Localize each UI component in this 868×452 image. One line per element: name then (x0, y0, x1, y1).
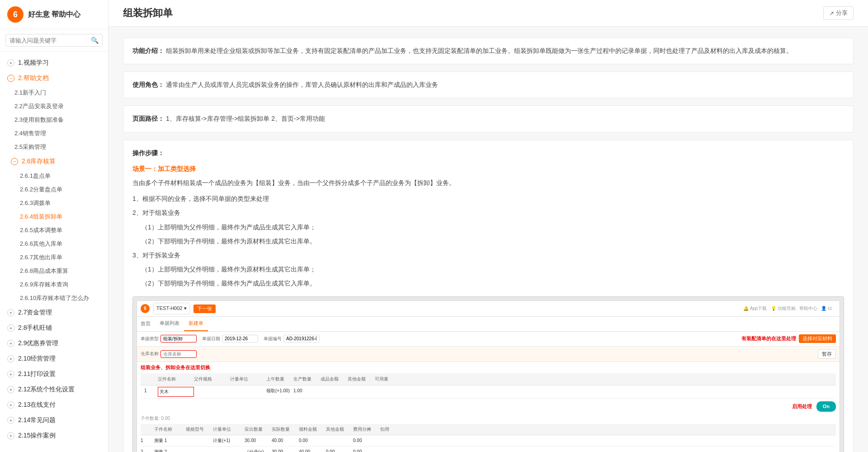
app-form-area: 单据类型 单据日期 单据编号 (137, 332, 840, 347)
ann3-area: 组装业务、拆卸业务在这里切换 (137, 362, 840, 373)
expand-icon-1: + (7, 59, 14, 67)
nav-item-2-11[interactable]: + 2.11打印设置 (0, 366, 108, 382)
nav-item-2-6-9[interactable]: 2.6.9库存账本查询 (20, 278, 108, 291)
expand-icon-2-8: + (7, 324, 14, 332)
nav-item-2-6-1[interactable]: 2.6.1盘点单 (20, 169, 108, 183)
collapse-icon-2-6: − (11, 158, 18, 165)
share-label: 分享 (836, 9, 848, 17)
nav-item-2-14[interactable]: + 2.14常见问题 (0, 413, 108, 428)
app-window: 6 TEST-H002 ▾ 下一张 🔔 App下载 💡 功能导购 帮助中心 👤 … (137, 300, 840, 452)
nav-label-2-15: 2.15操作案例 (18, 432, 56, 440)
nav-item-2-6-6[interactable]: 2.6.6其他入库单 (20, 237, 108, 251)
step-1-2: 2、对于组装业务 (132, 207, 844, 219)
nav-item-1[interactable]: + 1.视频学习 (0, 55, 108, 71)
nav-label-2-8: 2.8手机旺铺 (18, 324, 52, 332)
expand-icon-2-7: + (7, 309, 14, 316)
step-1-3: 3、对于拆装业务 (132, 250, 844, 261)
step-1-2-2: （2）下部明细为子件明细，最终作为原材料生成其它出库单。 (132, 236, 844, 247)
func-intro-card: 功能介绍： 组装拆卸单用来处理企业组装或拆卸等加工业务，支持有固定装配清单的产品… (123, 38, 854, 64)
role-label: 使用角色： (132, 81, 164, 88)
save-draft-btn[interactable]: 暂存 (818, 349, 836, 359)
nav-group-1: + 1.视频学习 (0, 55, 108, 71)
warehouse-input[interactable] (160, 350, 197, 358)
nav-item-2-7[interactable]: + 2.7资金管理 (0, 305, 108, 320)
func-intro-text: 组装拆卸单用来处理企业组装或拆卸等加工业务，支持有固定装配清单的产品加工业务，也… (166, 47, 793, 54)
nav-item-2-6[interactable]: − 2.6库存核算 (11, 154, 108, 169)
on-toggle[interactable]: On (816, 401, 836, 412)
expand-icon-2-14: + (7, 417, 14, 424)
ann2-btn[interactable]: 选择对应材料 (799, 334, 836, 343)
nav-item-2-15[interactable]: + 2.15操作案例 (0, 428, 108, 443)
lower-cols-indicator: 子件数量: 0.00 (141, 414, 170, 423)
nav-item-2-6-3[interactable]: 2.6.3调拨单 (20, 196, 108, 210)
main-header: 组装拆卸单 ↗ 分享 (108, 0, 868, 27)
nav-item-2-4[interactable]: 2.4销售管理 (14, 127, 108, 140)
id-input[interactable] (283, 335, 320, 343)
main-body: 功能介绍： 组装拆卸单用来处理企业组装或拆卸等加工业务，支持有固定装配清单的产品… (108, 27, 868, 452)
path-card: 页面路径： 1、库存核算->库存管理->组装拆卸单 2、首页->常用功能 (123, 105, 854, 132)
step-1-2-1: （1）上部明细为父件明细，最终作为产成品生成其它入库单； (132, 222, 844, 233)
ann1-label: 有装配清单的在这里处理 (741, 334, 796, 343)
nav-item-2-9[interactable]: + 2.9优惠券管理 (0, 336, 108, 351)
app-tab-list[interactable]: 单据列表 (155, 317, 184, 331)
nav-item-2-6-7[interactable]: 2.6.7其他出库单 (20, 251, 108, 264)
type-input[interactable] (160, 335, 197, 343)
lower-table-toolbar: 子件数量: 0.00 (141, 414, 836, 423)
nav-item-2-13[interactable]: + 2.13在线支付 (0, 397, 108, 413)
op-steps: 1、根据不同的业务，选择不同单据的类型来处理 2、对于组装业务 （1）上部明细为… (132, 193, 844, 289)
app-nav-tabs: 首页 单据列表 新建单 (137, 317, 840, 332)
ann1-area: 有装配清单的在这里处理 选择对应材料 (741, 334, 836, 343)
nav-item-2-2[interactable]: 2.2产品安装及登录 (14, 100, 108, 113)
expand-icon-2-13: + (7, 401, 14, 409)
id-label: 单据编号 (264, 335, 282, 343)
btn-next-step[interactable]: 下一张 (193, 305, 216, 313)
expand-icon-2-11: + (7, 371, 14, 378)
date-input[interactable] (222, 335, 258, 343)
id-field: 单据编号 (264, 335, 320, 343)
op-steps-card: 操作步骤： 场景一：加工类型选择 当由多个子件材料组装成一个成品的业务为【组装】… (123, 140, 854, 452)
nav-label-2-13: 2.13在线支付 (18, 401, 56, 409)
main-content: 组装拆卸单 ↗ 分享 功能介绍： 组装拆卸单用来处理企业组装或拆卸等加工业务，支… (108, 0, 868, 452)
nav-item-2-5[interactable]: 2.5采购管理 (14, 140, 108, 154)
scene1-title: 场景一：加工类型选择 (132, 163, 844, 175)
nav-item-2-1[interactable]: 2.1新手入门 (14, 86, 108, 100)
app-tab-new[interactable]: 新建单 (184, 317, 208, 331)
nav-item-2-8[interactable]: + 2.8手机旺铺 (0, 320, 108, 336)
form-row-2: 仓库名称 暂存 (137, 347, 840, 362)
scene1-desc: 当由多个子件材料组装成一个成品的业务为【组装】业务，当由一个父件拆分成多个子产品… (132, 177, 844, 189)
search-input[interactable] (9, 37, 91, 44)
nav-item-2-10[interactable]: + 2.10经营管理 (0, 351, 108, 366)
expand-icon-2-9: + (7, 340, 14, 347)
nav-item-2-12[interactable]: + 2.12系统个性化设置 (0, 382, 108, 397)
nav-item-2-6-2[interactable]: 2.6.2分量盘点单 (20, 183, 108, 196)
nav-item-2-6-4[interactable]: 2.6.4组装拆卸单 (20, 210, 108, 224)
nav-item-2-3[interactable]: 2.3使用前数据准备 (14, 113, 108, 127)
nav-label-2-9: 2.9优惠券管理 (18, 339, 58, 347)
lower-table-area: 子件数量: 0.00 子件名称 规格型号 计量单位 应出数量 实际数量 领料金额… (137, 413, 840, 452)
nav-label-2-11: 2.11打印设置 (18, 370, 56, 378)
share-button[interactable]: ↗ 分享 (823, 6, 854, 20)
org-select[interactable]: TEST-H002 ▾ (153, 303, 190, 314)
nav-children-2-6: 2.6.1盘点单 2.6.2分量盘点单 2.6.3调拨单 2.6.4组装拆卸单 … (14, 169, 108, 305)
app-logo: 6 (141, 304, 150, 313)
nav-label-2-10: 2.10经营管理 (18, 355, 56, 363)
app-topbar: 6 TEST-H002 ▾ 下一张 🔔 App下载 💡 功能导购 帮助中心 👤 … (137, 301, 840, 317)
warehouse-label: 仓库名称 (141, 350, 159, 358)
lower-table-header: 子件名称 规格型号 计量单位 应出数量 实际数量 领料金额 其他金额 费用分摊 … (141, 424, 836, 435)
upper-table-row-1: 1 关木 领取(+1.00) 1.00 (141, 385, 836, 399)
nav-label-2-14: 2.14常见问题 (18, 416, 56, 424)
nav-item-2-6-8[interactable]: 2.6.8商品成本重算 (20, 264, 108, 278)
lower-table-row-2: 2 测量 2 《分录(+) 30.00 40.00 0.00 0.00 (141, 447, 836, 452)
logo-title: 好生意 帮助中心 (28, 10, 80, 19)
step-1-1: 1、根据不同的业务，选择不同单据的类型来处理 (132, 193, 844, 205)
path-label: 页面路径： (132, 115, 164, 122)
nav-item-2-6-5[interactable]: 2.6.5成本调整单 (20, 224, 108, 237)
search-icon[interactable]: 🔍 (91, 37, 99, 44)
nav-label-2-6: 2.6库存核算 (22, 157, 56, 166)
nav-item-2-6-10[interactable]: 2.6.10库存账本错了怎么办 (20, 291, 108, 305)
search-input-wrap[interactable]: 🔍 (5, 34, 103, 47)
op-steps-heading: 操作步骤： (132, 147, 844, 159)
nav-item-2[interactable]: − 2.帮助文档 (0, 71, 108, 86)
nav-home[interactable]: 首页 (141, 319, 151, 328)
org-value: TEST-H002 (156, 305, 182, 311)
